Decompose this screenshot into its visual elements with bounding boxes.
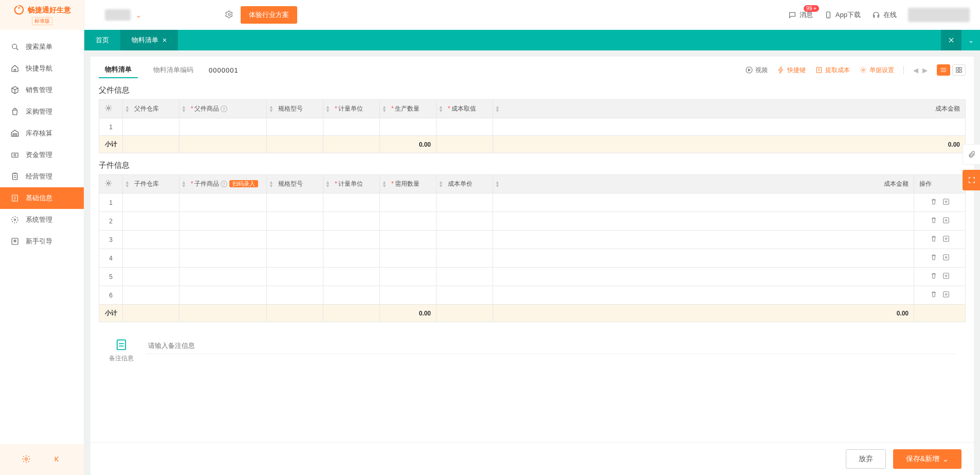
- parent-th-spec[interactable]: ▲▼规格型号: [267, 100, 323, 118]
- add-icon[interactable]: [942, 198, 950, 206]
- svg-rect-13: [816, 67, 821, 73]
- table-row[interactable]: 3: [99, 231, 966, 249]
- child-th-warehouse[interactable]: ▲▼子件仓库: [123, 175, 179, 193]
- cta-button[interactable]: 体验行业方案: [241, 6, 297, 24]
- collapse-icon[interactable]: [53, 454, 62, 465]
- parent-subtotal-row: 小计 0.00 0.00: [99, 136, 966, 153]
- record-nav: ◀ ▶: [913, 66, 928, 74]
- sidebar-item-1[interactable]: 快捷导航: [0, 58, 84, 79]
- delete-icon[interactable]: [930, 290, 938, 298]
- chevron-down-icon: ⌄: [136, 11, 141, 19]
- parent-subtotal-label: 小计: [99, 136, 123, 153]
- table-row[interactable]: 2: [99, 212, 966, 231]
- parent-th-qty[interactable]: ▲▼*生产数量: [380, 100, 437, 118]
- table-row[interactable]: 6: [99, 286, 966, 305]
- org-selector[interactable]: ⌄: [105, 9, 218, 21]
- app-download-label: App下载: [836, 10, 861, 20]
- table-row[interactable]: 1: [99, 118, 966, 136]
- expand-icon: [968, 176, 976, 184]
- side-tools: [963, 144, 980, 190]
- parent-th-warehouse[interactable]: ▲▼父件仓库: [123, 100, 179, 118]
- child-th-spec[interactable]: ▲▼规格型号: [267, 175, 323, 193]
- org-settings-icon[interactable]: [225, 10, 233, 20]
- delete-icon[interactable]: [930, 253, 938, 261]
- tabs-more[interactable]: ⌄: [961, 30, 980, 50]
- tab-bom-label: 物料清单: [132, 36, 158, 45]
- panel-tab-bom[interactable]: 物料清单: [99, 62, 138, 78]
- gear-icon: [859, 66, 867, 74]
- sidebar-item-3[interactable]: 采购管理: [0, 101, 84, 122]
- panel-head: 物料清单 物料清单编码 0000001 视频 快捷键 提取成本 单据设置 ◀ ▶: [99, 62, 966, 78]
- svg-point-19: [107, 107, 110, 109]
- child-th-qty[interactable]: ▲▼*需用数量: [380, 175, 437, 193]
- delete-icon[interactable]: [930, 272, 938, 280]
- add-icon[interactable]: [942, 235, 950, 243]
- sidebar: 畅捷通好生意 标准版 搜索菜单快捷导航销售管理采购管理库存核算资金管理经营管理基…: [0, 0, 84, 475]
- tabs-close-all[interactable]: [941, 30, 961, 50]
- action-shortcut[interactable]: 快捷键: [777, 66, 806, 75]
- delete-icon[interactable]: [930, 198, 938, 206]
- child-th-ops: 操作: [914, 175, 966, 193]
- save-new-button[interactable]: 保存&新增 ⌄: [893, 449, 961, 469]
- settings-icon[interactable]: [22, 454, 31, 465]
- svg-rect-16: [959, 67, 962, 69]
- attachment-tool[interactable]: [963, 144, 980, 165]
- parent-subtotal-qty: 0.00: [380, 136, 437, 153]
- delete-icon[interactable]: [930, 235, 938, 243]
- sidebar-item-4[interactable]: 库存核算: [0, 122, 84, 144]
- sidebar-item-6[interactable]: 经营管理: [0, 166, 84, 187]
- view-card-button[interactable]: [952, 64, 966, 76]
- svg-point-14: [862, 69, 864, 71]
- gear-icon: [104, 179, 113, 187]
- table-row[interactable]: 4: [99, 249, 966, 268]
- action-doc-settings[interactable]: 单据设置: [859, 66, 894, 75]
- add-icon[interactable]: [942, 272, 950, 280]
- table-row[interactable]: 1: [99, 193, 966, 212]
- action-video[interactable]: 视频: [745, 66, 768, 75]
- discard-button[interactable]: 放弃: [846, 449, 886, 469]
- child-th-product[interactable]: ▲▼*子件商品?扫码录入: [179, 175, 267, 193]
- tab-home[interactable]: 首页: [84, 30, 120, 50]
- user-area-blurred: [908, 8, 970, 22]
- child-th-unit-cost[interactable]: ▲▼成本单价: [437, 175, 493, 193]
- add-icon[interactable]: [942, 253, 950, 261]
- nav-prev-icon[interactable]: ◀: [913, 66, 918, 74]
- table-row[interactable]: 5: [99, 268, 966, 286]
- tab-bom[interactable]: 物料清单 ×: [120, 30, 178, 50]
- svg-point-1: [12, 44, 17, 49]
- child-th-settings[interactable]: [99, 175, 123, 193]
- sidebar-item-9[interactable]: 新手引导: [0, 231, 84, 252]
- sidebar-item-7[interactable]: 基础信息: [0, 187, 84, 209]
- online-support-button[interactable]: 在线: [872, 10, 897, 20]
- gear-icon: [104, 104, 113, 112]
- view-list-button[interactable]: [937, 64, 950, 76]
- sidebar-item-label: 库存核算: [26, 129, 52, 138]
- parent-th-cost-amount[interactable]: ▲▼成本金额: [493, 100, 966, 118]
- svg-rect-17: [956, 71, 959, 72]
- sidebar-item-0[interactable]: 搜索菜单: [0, 36, 84, 58]
- parent-th-product[interactable]: ▲▼*父件商品?: [179, 100, 267, 118]
- add-icon[interactable]: [942, 216, 950, 224]
- play-icon: [745, 66, 753, 74]
- child-th-unit[interactable]: ▲▼*计量单位: [323, 175, 380, 193]
- nav-next-icon[interactable]: ▶: [922, 66, 928, 74]
- app-download-button[interactable]: App下载: [824, 10, 861, 20]
- parent-th-settings[interactable]: [99, 100, 123, 118]
- fullscreen-tool[interactable]: [963, 170, 980, 190]
- action-extract-cost[interactable]: 提取成本: [815, 66, 850, 75]
- child-th-cost-amount[interactable]: ▲▼成本金额: [493, 175, 914, 193]
- sidebar-item-2[interactable]: 销售管理: [0, 79, 84, 101]
- help-icon[interactable]: ?: [221, 105, 227, 112]
- delete-icon[interactable]: [930, 216, 938, 224]
- add-icon[interactable]: [942, 290, 950, 298]
- parent-th-unit[interactable]: ▲▼*计量单位: [323, 100, 380, 118]
- scan-badge[interactable]: 扫码录入: [229, 180, 258, 187]
- parent-th-cost-method[interactable]: ▲▼*成本取值: [437, 100, 493, 118]
- sidebar-item-8[interactable]: 系统管理: [0, 209, 84, 231]
- help-icon[interactable]: ?: [221, 181, 227, 187]
- sidebar-item-5[interactable]: 资金管理: [0, 144, 84, 166]
- close-icon[interactable]: ×: [162, 36, 167, 44]
- remark-input[interactable]: [146, 338, 955, 354]
- messages-button[interactable]: 消息 99 +: [788, 10, 813, 20]
- cube-icon: [10, 85, 20, 95]
